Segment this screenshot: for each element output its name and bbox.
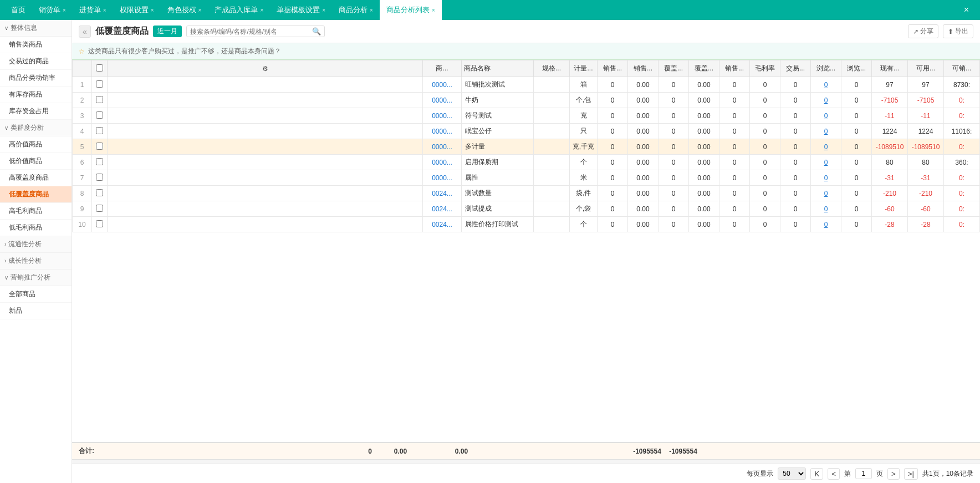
table-wrapper[interactable]: ⚙ 商... 商品名称 规格... 计量... 销售... 销售... 覆盖..… — [72, 60, 980, 442]
nav-item-production[interactable]: 产成品入库单 × — [208, 0, 270, 20]
th-cover2[interactable]: 覆盖... — [689, 60, 719, 77]
time-filter-button[interactable]: 近一月 — [153, 26, 182, 37]
sidebar-item-high-gross[interactable]: 高毛利商品 — [0, 203, 72, 220]
nav-close-purchase[interactable]: × — [103, 7, 106, 13]
export-icon: ⬆ — [948, 28, 953, 35]
sidebar-item-sales-goods[interactable]: 销售类商品 — [0, 37, 72, 53]
th-name[interactable]: 商品名称 — [462, 60, 534, 77]
page-size-select[interactable]: 50 100 200 — [778, 467, 806, 480]
th-gross-rate[interactable]: 毛利率 — [750, 60, 780, 77]
top-nav: 首页 销货单 × 进货单 × 权限设置 × 角色授权 × 产成品入库单 × 单据… — [0, 0, 980, 20]
table-row: 70000...属性米00.0000.0000000-31-310: — [73, 170, 980, 186]
table-row: 40000...眠宝公仔只00.0000.0000000122412241101… — [73, 124, 980, 139]
sidebar-item-in-stock[interactable]: 有库存商品 — [0, 87, 72, 103]
table-row: 20000...牛奶个,包00.0000.0000000-7105-71050: — [73, 93, 980, 108]
pagination-bar: 每页显示 50 100 200 K < 第 页 > >| 共1页，10条记录 — [72, 464, 980, 483]
total-records-label: 共1页，10条记录 — [922, 469, 973, 479]
last-page-button[interactable]: >| — [904, 468, 918, 480]
th-code[interactable]: 商... — [423, 60, 462, 77]
sidebar-item-low-value[interactable]: 低价值商品 — [0, 153, 72, 170]
nav-item-home[interactable]: 首页 — [4, 0, 32, 20]
content-header: « 低覆盖度商品 近一月 🔍 ↗ 分享 ⬆ 导出 — [72, 20, 980, 43]
nav-item-analysis[interactable]: 商品分析 × — [332, 0, 380, 20]
th-sales-count[interactable]: 销售... — [598, 60, 628, 77]
table-row: 80024...测试数量袋,件00.0000.0000000-210-2100: — [73, 186, 980, 201]
sidebar-item-all-goods[interactable]: 全部商品 — [0, 286, 72, 303]
footer-sales-amt: 0.00 — [385, 448, 416, 455]
th-txn[interactable]: 交易... — [780, 60, 811, 77]
table-row: 60000...启用保质期个00.0000.00000008080360: — [73, 155, 980, 170]
footer-curr-stock: -1095554 — [629, 448, 665, 455]
sidebar-section-cluster[interactable]: ∨ 类群度分析 — [0, 120, 72, 136]
sidebar-item-high-coverage[interactable]: 高覆盖度商品 — [0, 170, 72, 186]
sidebar-item-category-rate[interactable]: 商品分类动销率 — [0, 70, 72, 87]
th-view1[interactable]: 浏览... — [811, 60, 841, 77]
select-all-checkbox[interactable] — [96, 64, 103, 72]
collapse-marketing-icon: ∨ — [4, 274, 8, 281]
nav-close-production[interactable]: × — [260, 7, 263, 13]
th-num — [73, 60, 92, 77]
info-icon: ☆ — [79, 48, 85, 55]
prev-page-button[interactable]: < — [828, 468, 840, 480]
next-page-button[interactable]: > — [887, 468, 900, 480]
nav-item-sales[interactable]: 销货单 × — [32, 0, 73, 20]
nav-item-template[interactable]: 单据模板设置 × — [270, 0, 332, 20]
sidebar-section-growth[interactable]: › 成长性分析 — [0, 253, 72, 270]
collapse-sidebar-button[interactable]: « — [79, 26, 91, 38]
sidebar-item-high-value[interactable]: 高价值商品 — [0, 136, 72, 153]
th-unit[interactable]: 计量... — [570, 60, 598, 77]
content-area: « 低覆盖度商品 近一月 🔍 ↗ 分享 ⬆ 导出 ☆ 这类商品只有很少客户购买过… — [72, 20, 980, 483]
table-row: 90024...测试提成个,袋00.0000.0000000-60-600: — [73, 201, 980, 217]
nav-close-roles[interactable]: × — [198, 7, 202, 13]
page-number-input[interactable] — [855, 468, 872, 479]
nav-close-analysis[interactable]: × — [370, 7, 373, 13]
th-cover1[interactable]: 覆盖... — [659, 60, 689, 77]
sidebar-item-traded-goods[interactable]: 交易过的商品 — [0, 53, 72, 70]
table-footer: 合计: 0 0.00 0.00 -1095554 -1095554 — [72, 442, 980, 459]
nav-close-permissions[interactable]: × — [151, 7, 154, 13]
table-row: 100024...属性价格打印测试个00.0000.0000000-28-280… — [73, 217, 980, 232]
scrollbar-area[interactable] — [72, 459, 980, 464]
page-of-label: 页 — [876, 469, 883, 479]
th-check[interactable] — [92, 60, 108, 77]
page-size-label: 每页显示 — [747, 469, 773, 479]
nav-item-purchase[interactable]: 进货单 × — [73, 0, 113, 20]
footer-cover2: 0.00 — [446, 448, 477, 455]
sidebar-section-liquidity[interactable]: › 流通性分析 — [0, 236, 72, 253]
search-icon[interactable]: 🔍 — [312, 27, 321, 35]
th-sellable[interactable]: 可销... — [944, 60, 980, 77]
sidebar-item-low-gross[interactable]: 低毛利商品 — [0, 220, 72, 236]
th-view2[interactable]: 浏览... — [841, 60, 872, 77]
th-avail-stock[interactable]: 可用... — [908, 60, 944, 77]
th-spec[interactable]: 规格... — [534, 60, 570, 77]
page-label: 第 — [844, 469, 851, 479]
first-page-button[interactable]: K — [810, 468, 823, 480]
share-icon: ↗ — [913, 28, 918, 35]
nav-close-sales[interactable]: × — [63, 7, 66, 13]
sidebar: ∨ 整体信息 销售类商品 交易过的商品 商品分类动销率 有库存商品 库存资金占用… — [0, 20, 72, 483]
th-curr-stock[interactable]: 现有... — [872, 60, 908, 77]
nav-item-roles[interactable]: 角色授权 × — [161, 0, 208, 20]
th-settings[interactable]: ⚙ — [108, 60, 423, 77]
sidebar-item-low-coverage[interactable]: 低覆盖度商品 — [0, 186, 72, 203]
page-title: 低覆盖度商品 — [95, 26, 149, 37]
info-text: 这类商品只有很少客户购买过，是推广不够，还是商品本身问题？ — [88, 47, 281, 56]
sidebar-item-stock-capital[interactable]: 库存资金占用 — [0, 103, 72, 120]
share-button[interactable]: ↗ 分享 — [908, 24, 938, 38]
window-close-button[interactable]: × — [957, 0, 976, 20]
collapse-icon: ∨ — [4, 25, 8, 31]
nav-item-analysis-list[interactable]: 商品分析列表 × — [380, 0, 442, 20]
export-button[interactable]: ⬆ 导出 — [943, 24, 973, 38]
sidebar-section-overall[interactable]: ∨ 整体信息 — [0, 20, 72, 37]
search-input[interactable] — [190, 28, 312, 35]
nav-close-template[interactable]: × — [322, 7, 325, 13]
nav-item-permissions[interactable]: 权限设置 × — [113, 0, 161, 20]
sidebar-item-new-goods[interactable]: 新品 — [0, 303, 72, 319]
th-sales-amt[interactable]: 销售... — [628, 60, 659, 77]
th-sales-days[interactable]: 销售... — [719, 60, 750, 77]
table-row: 10000...旺铺批次测试箱00.0000.000000097978730: — [73, 77, 980, 93]
table-header-row: ⚙ 商... 商品名称 规格... 计量... 销售... 销售... 覆盖..… — [73, 60, 980, 77]
nav-close-analysis-list[interactable]: × — [432, 7, 435, 13]
sidebar-section-marketing[interactable]: ∨ 营销推广分析 — [0, 270, 72, 286]
table-body: 10000...旺铺批次测试箱00.0000.000000097978730:2… — [73, 77, 980, 232]
